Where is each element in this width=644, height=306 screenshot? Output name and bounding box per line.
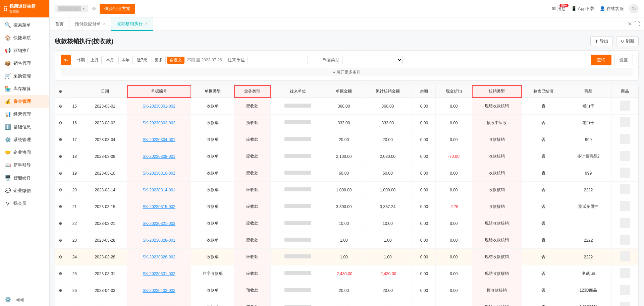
filter-this-year-btn[interactable]: 本年 [118, 56, 132, 64]
col-header-biztype[interactable]: 业务类型 [234, 85, 271, 98]
sidebar-item-marketing[interactable]: 📢营销推广 [0, 44, 49, 57]
cell-settings[interactable]: ⚙ [55, 182, 66, 198]
sidebar-item-member[interactable]: V畅会员 [0, 197, 49, 210]
sidebar-item-enterprise[interactable]: 🤝企业协同 [0, 146, 49, 159]
row-settings-icon[interactable]: ⚙ [59, 188, 62, 192]
cell-settings[interactable]: ⚙ [55, 249, 66, 265]
tabbar-fullscreen-icon[interactable]: ⛶ [635, 21, 640, 27]
user-avatar[interactable]: Rit [629, 4, 639, 13]
col-header-verify-type[interactable]: 核销类型 [472, 85, 522, 98]
sidebar-item-quick-nav[interactable]: 🏠快捷导航 [0, 32, 49, 44]
cell-settings[interactable]: ⚙ [55, 98, 66, 115]
row-settings-icon[interactable]: ⚙ [59, 204, 62, 209]
row-settings-icon[interactable]: ⚙ [59, 271, 62, 276]
cell-settings[interactable]: ⚙ [55, 198, 66, 215]
filter-partner-input[interactable] [248, 56, 308, 64]
tab-prepay-close-icon[interactable]: ✕ [103, 22, 106, 26]
export-button[interactable]: ⬆ 导出 [590, 36, 613, 46]
tab-receipt-verify[interactable]: 收款核销执行 ✕ [111, 17, 153, 31]
cell-amount: 100.00 [325, 299, 363, 306]
doc-no-link[interactable]: SK-20230310-001 [143, 171, 175, 176]
sidebar-item-wechat[interactable]: 💬企业微信 [0, 184, 49, 197]
filter-settings-button[interactable]: 设置 [614, 55, 633, 65]
cell-settings[interactable]: ⚙ [55, 148, 66, 165]
cell-settings[interactable]: ⚙ [55, 165, 66, 182]
sidebar-item-operation[interactable]: 📊经营管理 [0, 108, 49, 121]
row-settings-icon[interactable]: ⚙ [59, 154, 62, 159]
doc-no-link[interactable]: SK-20230314-001 [143, 188, 175, 192]
filter-expand-button[interactable]: ≫ [61, 55, 71, 65]
filter-this-month-btn[interactable]: 本月 [103, 56, 117, 64]
tabbar-close-all-icon[interactable]: ✕ [628, 21, 632, 27]
doc-no-link[interactable]: SK-20230315-002 [143, 204, 175, 209]
doc-no-link[interactable]: SK-20230408-001 [143, 305, 175, 306]
col-header-product[interactable]: 商品 [565, 85, 612, 98]
row-settings-icon[interactable]: ⚙ [59, 137, 62, 142]
row-settings-icon[interactable]: ⚙ [59, 255, 62, 259]
settings-footer-icon[interactable]: ⚙️ [5, 296, 11, 303]
filter-7days-btn[interactable]: 近7天 [134, 56, 150, 64]
cell-settings[interactable]: ⚙ [55, 131, 66, 148]
sidebar-item-finance[interactable]: 💰资金管理 [0, 95, 49, 108]
doc-no-link[interactable]: SK-20230403-002 [143, 288, 175, 293]
doc-no-link[interactable]: SK-20230304-001 [143, 137, 175, 142]
tab-home[interactable]: 首页 [50, 17, 69, 31]
sidebar-item-purchase[interactable]: 🛒采购管理 [0, 70, 49, 82]
filter-doctype-select[interactable] [342, 56, 402, 64]
col-header-balance[interactable]: 余额 [413, 85, 435, 98]
doc-no-link[interactable]: SK-20230321-003 [143, 221, 175, 226]
sidebar-item-inventory[interactable]: 🏪库存核算 [0, 82, 49, 95]
cell-settings[interactable]: ⚙ [55, 282, 66, 299]
row-settings-icon[interactable]: ⚙ [59, 221, 62, 226]
row-settings-icon[interactable]: ⚙ [59, 104, 62, 109]
tab-receipt-close-icon[interactable]: ✕ [145, 22, 148, 25]
col-header-include-settled[interactable]: 包含已结清 [522, 85, 565, 98]
tab-prepay[interactable]: 预付款应付单 ✕ [69, 17, 111, 31]
row-settings-icon[interactable]: ⚙ [59, 121, 62, 125]
row-settings-icon[interactable]: ⚙ [59, 238, 62, 243]
col-header-doctype[interactable]: 单据类型 [191, 85, 234, 98]
doc-no-link[interactable]: SK-20230301-002 [143, 104, 175, 109]
doc-no-link[interactable]: SK-20230331-002 [143, 271, 175, 276]
collapse-icon[interactable]: ◀◀ [15, 296, 23, 303]
solution-button[interactable]: 体验行业方案 [100, 4, 135, 14]
filter-last-month-btn[interactable]: 上月 [88, 56, 102, 64]
sidebar-item-sales[interactable]: 📦销售管理 [0, 57, 49, 70]
col-header-amount[interactable]: 单据金额 [325, 85, 363, 98]
doc-no-link[interactable]: SK-20230328-002 [143, 255, 175, 259]
col-header-date[interactable]: 日期 [83, 85, 127, 98]
col-header-docno[interactable]: 单据编号 [127, 85, 191, 98]
cell-settings[interactable]: ⚙ [55, 265, 66, 282]
sidebar-item-guide[interactable]: 📖新手引导 [0, 159, 49, 172]
filter-expand-more[interactable]: ▾ 展开更多条件 [61, 68, 633, 76]
row-settings-icon[interactable]: ⚙ [59, 305, 62, 306]
refresh-button[interactable]: ↻ 刷新 [616, 36, 639, 46]
sidebar-item-search[interactable]: 🔍搜索菜单 [0, 19, 49, 32]
row-settings-icon[interactable]: ⚙ [59, 288, 62, 293]
cell-settings[interactable]: ⚙ [55, 232, 66, 249]
col-header-settings[interactable]: ⚙ [55, 85, 66, 98]
doc-no-link[interactable]: SK-20230302-002 [143, 121, 175, 125]
sidebar-item-system[interactable]: ⚙️系统管理 [0, 133, 49, 146]
filter-custom-btn[interactable]: 自定义 [167, 57, 184, 64]
col-header-verify-amount[interactable]: 累计核销金额 [363, 85, 413, 98]
col-header-product2[interactable]: 商品 [612, 85, 638, 98]
topbar-gear-icon[interactable]: ⚙ [92, 5, 96, 12]
cell-product2 [612, 198, 638, 215]
row-settings-icon[interactable]: ⚙ [59, 171, 62, 176]
service-button[interactable]: 👤 在线客服 [600, 6, 624, 12]
cell-settings[interactable]: ⚙ [55, 115, 66, 131]
col-header-partner[interactable]: 往来单位 [271, 85, 325, 98]
doc-no-link[interactable]: SK-20230308-001 [143, 154, 175, 159]
query-button[interactable]: 查询 [591, 55, 611, 65]
sidebar-item-basic-info[interactable]: ℹ️基础信息 [0, 121, 49, 133]
col-header-cash-discount[interactable]: 现金折扣 [436, 85, 472, 98]
messages-button[interactable]: ✉ 消息 99+ [552, 6, 566, 12]
filter-more-btn[interactable]: 更多 [152, 56, 166, 64]
cell-settings[interactable]: ⚙ [55, 299, 66, 306]
sidebar-item-smart-hw[interactable]: 🖥️智能硬件 [0, 172, 49, 184]
app-download-button[interactable]: 📱 App下载 [571, 6, 594, 12]
doc-no-link[interactable]: SK-20230328-001 [143, 238, 175, 243]
topbar-title-box[interactable]: ████████ ▾ [55, 5, 88, 12]
cell-settings[interactable]: ⚙ [55, 215, 66, 232]
